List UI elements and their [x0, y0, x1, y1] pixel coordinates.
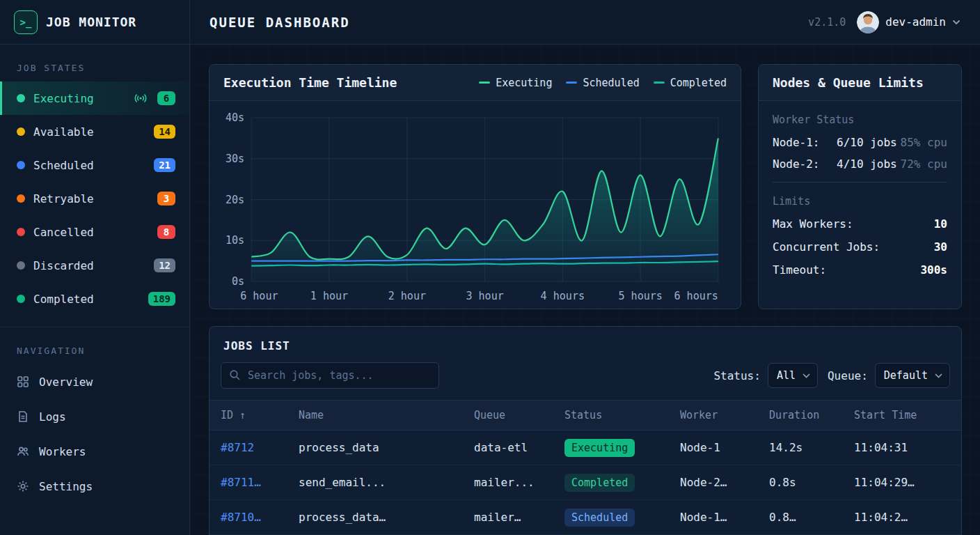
job-id-link[interactable]: #8711…: [221, 476, 299, 489]
legend-swatch: [566, 82, 577, 84]
svg-text:10s: 10s: [226, 234, 244, 247]
column-header-worker[interactable]: Worker: [680, 409, 769, 421]
state-dot: [17, 261, 25, 270]
job-id-link[interactable]: #8710…: [221, 511, 299, 524]
legend-item-scheduled[interactable]: Scheduled: [566, 77, 639, 89]
limit-value: 300s: [920, 263, 947, 277]
filter-status-label: Status:: [713, 369, 760, 382]
chevron-down-icon: [935, 373, 942, 378]
nav-item-settings[interactable]: Settings: [0, 469, 189, 504]
job-start-time: 11:04:29…: [854, 476, 950, 489]
search-icon: [229, 369, 241, 384]
state-count-badge: 21: [154, 158, 175, 172]
job-worker: Node-1: [680, 441, 769, 454]
svg-text:2 hour: 2 hour: [388, 290, 426, 302]
workers-list: Node-1:6/10 jobs85% cpuNode-2:4/10 jobs7…: [773, 136, 947, 171]
jobs-list-title: JOBS LIST: [210, 327, 961, 362]
state-dot: [17, 228, 25, 236]
status-badge: Completed: [564, 474, 635, 492]
sidebar: >_ JOB MONITOR JOB STATES Executing6Avai…: [0, 0, 190, 535]
sidebar-item-discarded[interactable]: Discarded12: [0, 249, 189, 282]
app-root: >_ JOB MONITOR JOB STATES Executing6Avai…: [0, 0, 980, 535]
state-count-badge: 8: [157, 225, 175, 239]
state-label: Completed: [33, 293, 140, 306]
sidebar-item-completed[interactable]: Completed189: [0, 282, 189, 316]
nodes-card-title: Nodes & Queue Limits: [773, 75, 924, 90]
filters: Status:AllQueue:Default: [713, 363, 950, 388]
limits-list: Max Workers:10Concurrent Jobs:30Timeout:…: [773, 217, 947, 277]
limits-header: Limits: [773, 195, 947, 208]
job-worker: Node-2…: [680, 476, 769, 489]
state-count-badge: 3: [157, 192, 175, 206]
app-logo: >_ JOB MONITOR: [0, 0, 189, 45]
table-row[interactable]: #8710…process_data…mailer…ScheduledNode-…: [210, 500, 961, 535]
user-name: dev-admin: [885, 15, 946, 29]
sidebar-item-executing[interactable]: Executing6: [0, 82, 189, 115]
svg-text:30s: 30s: [226, 153, 244, 165]
nav-item-workers[interactable]: Workers: [0, 434, 189, 469]
legend-item-executing[interactable]: Executing: [479, 77, 552, 89]
worker-status-header: Worker Status: [773, 114, 947, 126]
legend-swatch: [479, 82, 490, 84]
state-dot: [17, 161, 25, 169]
column-header-status[interactable]: Status: [564, 409, 680, 421]
user-menu[interactable]: dev-admin: [857, 11, 961, 33]
filter-queue-select[interactable]: Default: [875, 363, 950, 388]
state-count-badge: 6: [157, 91, 175, 105]
job-duration: 0.8s: [769, 476, 854, 489]
state-label: Cancelled: [33, 226, 149, 239]
gear-icon: [17, 480, 29, 493]
column-header-id[interactable]: ID ↑: [221, 409, 299, 421]
legend-item-completed[interactable]: Completed: [654, 77, 727, 89]
filter-status: Status:All: [713, 363, 818, 388]
job-name: process_data: [299, 441, 474, 454]
filter-queue-value: Default: [884, 369, 928, 382]
job-duration: 0.8…: [769, 511, 854, 524]
state-label: Discarded: [33, 259, 145, 272]
document-icon: [17, 410, 29, 423]
job-worker: Node-1…: [680, 511, 769, 524]
navigation-header: NAVIGATION: [0, 327, 189, 364]
worker-jobs: 4/10 jobs: [837, 157, 897, 171]
status-badge: Scheduled: [564, 509, 635, 527]
column-header-starttime[interactable]: Start Time: [854, 409, 950, 421]
column-header-queue[interactable]: Queue: [474, 409, 564, 421]
legend-swatch: [654, 82, 665, 84]
timeline-title: Execution Time Timeline: [223, 75, 397, 90]
sidebar-item-available[interactable]: Available14: [0, 115, 189, 148]
nav-list: OverviewLogsWorkersSettings: [0, 364, 189, 504]
job-queue: data-etl: [474, 441, 564, 454]
divider: [773, 182, 947, 183]
filter-status-select[interactable]: All: [768, 363, 818, 388]
nav-item-logs[interactable]: Logs: [0, 399, 189, 434]
version-label: v2.1.0: [808, 16, 846, 29]
state-count-badge: 12: [154, 258, 175, 272]
sidebar-item-retryable[interactable]: Retryable3: [0, 182, 189, 215]
state-label: Available: [33, 125, 145, 139]
column-header-duration[interactable]: Duration: [769, 409, 854, 421]
sidebar-item-cancelled[interactable]: Cancelled8: [0, 215, 189, 249]
table-row[interactable]: #8712process_datadata-etlExecutingNode-1…: [210, 431, 961, 465]
limit-value: 30: [934, 240, 947, 254]
job-queue: mailer...: [474, 476, 564, 489]
state-count-badge: 189: [148, 292, 175, 306]
limit-row: Max Workers:10: [773, 217, 947, 231]
job-states-header: JOB STATES: [0, 45, 189, 82]
nav-item-overview[interactable]: Overview: [0, 364, 189, 399]
grid-icon: [17, 375, 29, 388]
state-label: Retryable: [33, 192, 149, 206]
main-content: Execution Time Timeline ExecutingSchedul…: [190, 45, 980, 535]
chevron-down-icon: [803, 373, 810, 378]
legend-label: Scheduled: [583, 77, 639, 89]
table-row[interactable]: #8711…send_email...mailer...CompletedNod…: [210, 465, 961, 500]
table-header: ID ↑NameQueueStatusWorkerDurationStart T…: [210, 400, 961, 431]
limit-value: 10: [934, 217, 947, 231]
sidebar-item-scheduled[interactable]: Scheduled21: [0, 148, 189, 182]
svg-text:20s: 20s: [226, 194, 244, 206]
legend-label: Executing: [496, 77, 552, 89]
search-input[interactable]: [221, 362, 439, 389]
job-id-link[interactable]: #8712: [221, 441, 299, 454]
column-header-name[interactable]: Name: [299, 409, 474, 421]
jobs-list-card: JOBS LIST Status:AllQueue:Default ID ↑Na…: [209, 326, 962, 535]
svg-text:4 hours: 4 hours: [541, 290, 585, 302]
